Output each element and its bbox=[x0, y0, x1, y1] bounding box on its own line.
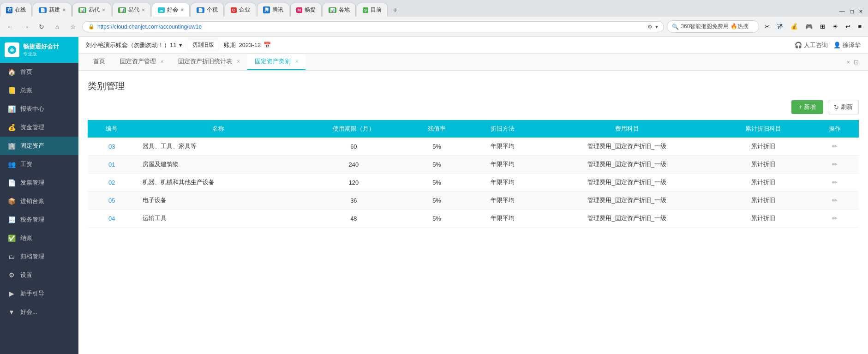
sidebar-inventory-label: 进销台账 bbox=[20, 197, 44, 205]
switch-version-button[interactable]: 切到旧版 bbox=[188, 40, 218, 50]
browser-tab-5[interactable]: ☁ 好会 × bbox=[152, 3, 190, 17]
minimize-button[interactable]: — bbox=[838, 6, 847, 17]
edit-button-4[interactable]: ✏ bbox=[832, 215, 838, 222]
grid-button[interactable]: ⊞ bbox=[817, 22, 828, 31]
translate-button[interactable]: 译 bbox=[774, 21, 786, 32]
browser-tab-10[interactable]: 📊 各地 bbox=[323, 3, 356, 17]
edit-button-0[interactable]: ✏ bbox=[832, 143, 838, 150]
browser-tab-4[interactable]: 📊 易代 × bbox=[112, 3, 151, 17]
calendar-icon[interactable]: 📅 bbox=[263, 42, 271, 48]
refresh-icon: ↻ bbox=[834, 104, 839, 111]
bookmark-button[interactable]: ☆ bbox=[66, 20, 79, 33]
cell-code-1: 01 bbox=[88, 156, 136, 174]
address-bar[interactable]: 🔒 https://cloud.chanjet.com/accounting/u… bbox=[82, 21, 664, 32]
sidebar-item-ledger[interactable]: 📒 总账 bbox=[0, 81, 78, 100]
cell-residual-2: 5% bbox=[407, 174, 467, 192]
tab3-close[interactable]: × bbox=[102, 7, 105, 13]
service-label: 人工咨询 bbox=[804, 41, 828, 49]
browser-tab-2[interactable]: 📄 新建 × bbox=[33, 3, 72, 17]
cell-action-1[interactable]: ✏ bbox=[810, 156, 859, 174]
tab-fixed-mgmt[interactable]: 固定资产管理 × bbox=[113, 54, 171, 70]
search-bar[interactable]: 🔍 360智能抠图免费用 🔥热搜 bbox=[667, 20, 759, 33]
maximize-button[interactable]: □ bbox=[849, 6, 856, 17]
sidebar-item-inventory[interactable]: 📦 进销台账 bbox=[0, 192, 78, 210]
cell-residual-0: 5% bbox=[407, 138, 467, 156]
edit-button-3[interactable]: ✏ bbox=[832, 197, 838, 204]
browser-tab-7[interactable]: C 企业 bbox=[225, 3, 256, 17]
back-button[interactable]: ← bbox=[4, 20, 17, 33]
sidebar-item-reports[interactable]: 📊 报表中心 bbox=[0, 100, 78, 118]
sidebar-item-payroll[interactable]: 👥 工资 bbox=[0, 155, 78, 174]
new-tab-button[interactable]: + bbox=[389, 4, 401, 17]
browser-menu-button[interactable]: ≡ bbox=[855, 22, 864, 31]
sidebar-item-checkout[interactable]: ✅ 结账 bbox=[0, 229, 78, 247]
period-value: 2023-12 bbox=[239, 42, 261, 48]
browser-tab-6[interactable]: 📄 个税 bbox=[191, 3, 224, 17]
sidebar-item-settings[interactable]: ⚙ 设置 bbox=[0, 266, 78, 284]
tab-home[interactable]: 首页 bbox=[86, 54, 113, 70]
sidebar-item-archive[interactable]: 🗂 归档管理 bbox=[0, 247, 78, 266]
edit-button-2[interactable]: ✏ bbox=[832, 179, 838, 186]
sidebar-item-tax[interactable]: 🧾 税务管理 bbox=[0, 210, 78, 229]
tab11-label: 目前 bbox=[371, 6, 382, 14]
browser-tab-11[interactable]: S 目前 bbox=[357, 3, 388, 17]
sidebar: 会 畅捷通好会计 专业版 🏠 首页 📒 总账 📊 报表中心 💰 资金管理 🏢 固… bbox=[0, 37, 78, 354]
cell-period-2: 120 bbox=[300, 174, 407, 192]
user-avatar-button[interactable]: 👤 徐泽华 bbox=[833, 41, 861, 49]
sidebar-item-home[interactable]: 🏠 首页 bbox=[0, 63, 78, 81]
refresh-button[interactable]: ↻ 刷新 bbox=[828, 100, 859, 114]
service-button[interactable]: 🎧 人工咨询 bbox=[795, 41, 828, 49]
tab2-close[interactable]: × bbox=[62, 7, 66, 13]
home-button[interactable]: ⌂ bbox=[51, 20, 64, 33]
tab-depreciation[interactable]: 固定资产折旧统计表 × bbox=[171, 54, 247, 70]
browser-tab-3[interactable]: 📊 易代 × bbox=[72, 3, 111, 17]
game-button[interactable]: 🎮 bbox=[802, 22, 815, 31]
tab4-close[interactable]: × bbox=[142, 7, 145, 13]
browser-tab-8[interactable]: 腾 腾讯 bbox=[257, 3, 289, 17]
tab-category[interactable]: 固定资产类别 × bbox=[247, 54, 305, 70]
browser-tab-9[interactable]: M 畅提 bbox=[290, 3, 322, 17]
col-expense: 费用科目 bbox=[538, 120, 716, 138]
user-dropdown-icon[interactable]: ▾ bbox=[179, 42, 182, 48]
cell-action-4[interactable]: ✏ bbox=[810, 210, 859, 228]
settings-icon: ⚙ bbox=[7, 271, 16, 279]
sidebar-item-more[interactable]: ▼ 好会... bbox=[0, 303, 78, 321]
cell-action-3[interactable]: ✏ bbox=[810, 192, 859, 210]
tab5-close[interactable]: × bbox=[180, 7, 184, 13]
logo-sub-text: 专业版 bbox=[23, 51, 59, 57]
table-body: 03 器具、工具、家具等 60 5% 年限平均 管理费用_固定资产折旧_一级 累… bbox=[88, 138, 859, 228]
panel-close-button[interactable]: × bbox=[846, 59, 850, 66]
tab-category-close[interactable]: × bbox=[295, 59, 298, 64]
sidebar-item-guide[interactable]: ▶ 新手引导 bbox=[0, 284, 78, 303]
tab7-icon: C bbox=[231, 7, 237, 13]
address-bar-dropdown-icon[interactable]: ▾ bbox=[655, 24, 658, 30]
sidebar-item-fixed-assets[interactable]: 🏢 固定资产 bbox=[0, 137, 78, 155]
cell-expense-0: 管理费用_固定资产折旧_一级 bbox=[538, 138, 716, 156]
cell-code-0: 03 bbox=[88, 138, 136, 156]
tab-fixed-mgmt-close[interactable]: × bbox=[161, 59, 163, 64]
tab1-icon: 在 bbox=[6, 7, 12, 13]
sidebar-logo: 会 畅捷通好会计 专业版 bbox=[0, 37, 78, 63]
reload-button[interactable]: ↻ bbox=[35, 20, 48, 33]
scissors-button[interactable]: ✂ bbox=[762, 22, 772, 31]
forward-button[interactable]: → bbox=[19, 20, 32, 33]
sidebar-item-funds[interactable]: 💰 资金管理 bbox=[0, 118, 78, 137]
sun-button[interactable]: ☀ bbox=[830, 22, 841, 31]
address-bar-settings-icon[interactable]: ⚙ bbox=[647, 24, 652, 30]
panel-expand-button[interactable]: ⊡ bbox=[854, 59, 859, 66]
cell-action-2[interactable]: ✏ bbox=[810, 174, 859, 192]
col-accumulated: 累计折旧科目 bbox=[716, 120, 810, 138]
close-window-button[interactable]: × bbox=[857, 6, 864, 17]
browser-tab-1[interactable]: 在 在线 bbox=[0, 3, 32, 17]
undo-button[interactable]: ↩ bbox=[843, 22, 853, 31]
svg-text:会: 会 bbox=[9, 48, 15, 53]
sidebar-funds-label: 资金管理 bbox=[20, 123, 44, 132]
tab-depreciation-close[interactable]: × bbox=[237, 59, 239, 64]
main-content: 刘小艳演示账套（勿删勿动！）11 ▾ 切到旧版 账期 2023-12 📅 🎧 人… bbox=[78, 37, 868, 354]
cell-name-3: 电子设备 bbox=[136, 192, 300, 210]
edit-button-1[interactable]: ✏ bbox=[832, 161, 838, 168]
add-button[interactable]: + 新增 bbox=[791, 100, 823, 114]
sidebar-item-invoice[interactable]: 📄 发票管理 bbox=[0, 174, 78, 192]
wallet-button[interactable]: 💰 bbox=[788, 22, 801, 31]
cell-action-0[interactable]: ✏ bbox=[810, 138, 859, 156]
